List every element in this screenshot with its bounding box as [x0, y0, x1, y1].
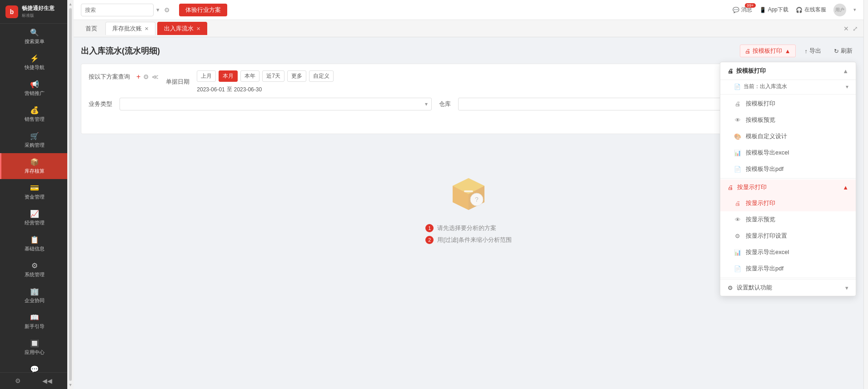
- svg-text:?: ?: [475, 196, 479, 203]
- dropdown-item-preview-template[interactable]: 👁 按模板预览: [720, 112, 856, 128]
- online-service-btn[interactable]: 🎧 在线客服: [796, 6, 826, 14]
- search-icon: 🔍: [30, 28, 39, 37]
- dropdown-display-up-icon[interactable]: ▲: [843, 184, 848, 191]
- date-btn-more[interactable]: 更多: [287, 70, 306, 82]
- business-type-select[interactable]: ▾: [120, 98, 432, 110]
- refresh-icon: ↻: [834, 48, 839, 55]
- settings-default-icon: ⚙: [728, 284, 733, 291]
- sidebar-item-basic-info[interactable]: 📋 基础信息: [0, 231, 67, 257]
- empty-state-icon: ?: [446, 171, 491, 217]
- sidebar-item-purchase[interactable]: 🛒 采购管理: [0, 127, 67, 153]
- empty-tip-2: 2 用[过滤]条件来缩小分析范围: [425, 236, 511, 244]
- export-icon: ↑: [805, 48, 808, 55]
- trial-btn[interactable]: 体验行业方案: [179, 4, 227, 16]
- app-center-icon: 🔲: [30, 339, 39, 348]
- message-btn[interactable]: 💬 消息 99+: [733, 6, 752, 14]
- wechat-icon: 💬: [30, 365, 39, 372]
- sidebar-item-quick-nav[interactable]: ⚡ 快捷导航: [0, 50, 67, 75]
- enterprise-icon: 🏢: [30, 287, 39, 296]
- sidebar-logo: b 畅捷通好生意 标准版: [0, 0, 67, 24]
- sidebar-item-wechat[interactable]: 💬 企业微信: [0, 360, 67, 372]
- date-btn-custom[interactable]: 自定义: [309, 70, 334, 82]
- right-edge-scrollbar[interactable]: [863, 0, 868, 389]
- business-type-arrow-icon: ▾: [425, 101, 428, 107]
- finance-icon: 💳: [30, 184, 39, 192]
- sidebar-settings-btn[interactable]: ⚙: [15, 377, 21, 384]
- dropdown-item-print-template[interactable]: 🖨 按模板打印: [720, 95, 856, 112]
- print-display-icon: 🖨: [734, 199, 741, 207]
- window-close-btn[interactable]: ✕: [843, 25, 849, 32]
- user-dropdown-icon[interactable]: ▾: [853, 7, 856, 13]
- dropdown-footer[interactable]: ⚙ 设置默认功能 ▾: [720, 279, 856, 296]
- tab-home[interactable]: 首页: [79, 22, 104, 35]
- dropdown-item-export-excel-template[interactable]: 📊 按模板导出excel: [720, 145, 856, 161]
- dropdown-current-arrow-icon[interactable]: ▾: [846, 84, 848, 90]
- sidebar-scrollbar[interactable]: ▲ ▼: [67, 0, 74, 389]
- date-btn-last-7-days[interactable]: 近7天: [262, 70, 284, 82]
- dropdown-item-preview-display[interactable]: 👁 按显示预览: [720, 211, 856, 228]
- dropdown-item-custom-design[interactable]: 🎨 模板自定义设计: [720, 128, 856, 145]
- sidebar-collapse-btn[interactable]: ◀◀: [42, 377, 52, 384]
- custom-design-icon: 🎨: [734, 133, 741, 140]
- filter-collapse-icon[interactable]: ≪: [152, 70, 159, 83]
- date-btn-this-month[interactable]: 本月: [219, 70, 238, 82]
- user-avatar[interactable]: 用户: [833, 4, 846, 16]
- search-arrow-icon[interactable]: ▾: [156, 6, 160, 13]
- filter-settings-icon[interactable]: ⚙: [143, 70, 149, 83]
- sidebar-item-sales[interactable]: 💰 销售管理: [0, 101, 67, 127]
- dropdown-item-export-pdf-display[interactable]: 📄 按显示导出pdf: [720, 260, 856, 277]
- sidebar-item-finance[interactable]: 💳 资金管理: [0, 179, 67, 205]
- dropdown-item-print-display[interactable]: 🖨 按显示打印: [720, 195, 856, 211]
- sidebar-item-inventory[interactable]: 📦 库存核算: [0, 153, 67, 179]
- search-input[interactable]: [81, 4, 154, 16]
- page-content: 出入库流水(流水明细) 🖨 按模板打印 ▲ ↑ 导出 ↻ 刷新: [74, 37, 863, 389]
- dropdown-item-print-settings[interactable]: ⚙ 按显示打印设置: [720, 228, 856, 244]
- dropdown-item-export-excel-display[interactable]: 📊 按显示导出excel: [720, 244, 856, 260]
- dropdown-header-up-icon[interactable]: ▲: [843, 68, 848, 75]
- page-actions: 🖨 按模板打印 ▲ ↑ 导出 ↻ 刷新: [740, 45, 856, 57]
- date-btn-last-month[interactable]: 上月: [197, 70, 216, 82]
- date-btn-this-year[interactable]: 本年: [240, 70, 259, 82]
- sidebar-item-guide[interactable]: 📖 新手引导: [0, 309, 67, 334]
- filter-add-btn[interactable]: +: [136, 70, 140, 83]
- scroll-thumb[interactable]: [69, 8, 72, 381]
- dropdown-display-title: 🖨 按显示打印: [728, 183, 767, 191]
- dropdown-print-icon: 🖨: [728, 68, 733, 75]
- sidebar-item-operations[interactable]: 📈 经营管理: [0, 205, 67, 231]
- date-filter-area: 单据日期 上月 本月 本年 近7天 更多 自定义 2023-: [166, 70, 777, 93]
- sidebar: b 畅捷通好生意 标准版 🔍 搜索菜单 ⚡ 快捷导航 📢 营销推广 💰: [0, 0, 67, 389]
- print-chevron-icon[interactable]: ▲: [785, 48, 791, 55]
- tab-inventory-flow-close[interactable]: ✕: [196, 26, 200, 32]
- topbar-gear-icon[interactable]: ⚙: [164, 6, 170, 14]
- operations-icon: 📈: [30, 209, 39, 218]
- sidebar-item-marketing[interactable]: 📢 营销推广: [0, 75, 67, 101]
- export-pdf-display-icon: 📄: [734, 265, 741, 272]
- sidebar-logo-text: 畅捷通好生意 标准版: [22, 5, 55, 19]
- basic-info-icon: 📋: [30, 235, 39, 244]
- scroll-down-icon[interactable]: ▼: [69, 383, 73, 387]
- sidebar-item-search[interactable]: 🔍 搜索菜单: [0, 24, 67, 50]
- purchase-icon: 🛒: [30, 132, 39, 140]
- export-btn[interactable]: ↑ 导出: [801, 45, 825, 57]
- sidebar-bottom: ⚙ ◀◀: [0, 372, 67, 389]
- tab-batch-account[interactable]: 库存批次账 ✕: [105, 22, 155, 35]
- dropdown-display-header[interactable]: 🖨 按显示打印 ▲: [720, 180, 856, 195]
- app-logo-icon: b: [5, 5, 18, 18]
- tab-inventory-flow[interactable]: 出入库流水 ✕: [157, 22, 207, 35]
- main-content: ▾ ⚙ 体验行业方案 💬 消息 99+ 📱 App下载 🎧 在线客服: [74, 0, 863, 389]
- window-maximize-btn[interactable]: ⤢: [853, 25, 858, 32]
- scroll-up-icon[interactable]: ▲: [69, 2, 73, 6]
- message-icon: 💬: [733, 7, 739, 13]
- business-type-label: 业务类型: [89, 98, 112, 110]
- headset-icon: 🎧: [796, 7, 803, 13]
- tab-batch-account-close[interactable]: ✕: [145, 26, 149, 32]
- sidebar-item-enterprise[interactable]: 🏢 企业协同: [0, 283, 67, 309]
- print-template-btn[interactable]: 🖨 按模板打印 ▲: [740, 45, 796, 57]
- sidebar-item-app-center[interactable]: 🔲 应用中心: [0, 334, 67, 360]
- refresh-btn[interactable]: ↻ 刷新: [830, 45, 856, 57]
- dropdown-item-export-pdf-template[interactable]: 📄 按模板导出pdf: [720, 161, 856, 177]
- app-download-btn[interactable]: 📱 App下载: [759, 6, 788, 14]
- window-controls: ✕ ⤢: [843, 25, 858, 32]
- dropdown-current-label: 当前：出入库流水: [743, 83, 846, 90]
- sidebar-item-system[interactable]: ⚙ 系统管理: [0, 257, 67, 283]
